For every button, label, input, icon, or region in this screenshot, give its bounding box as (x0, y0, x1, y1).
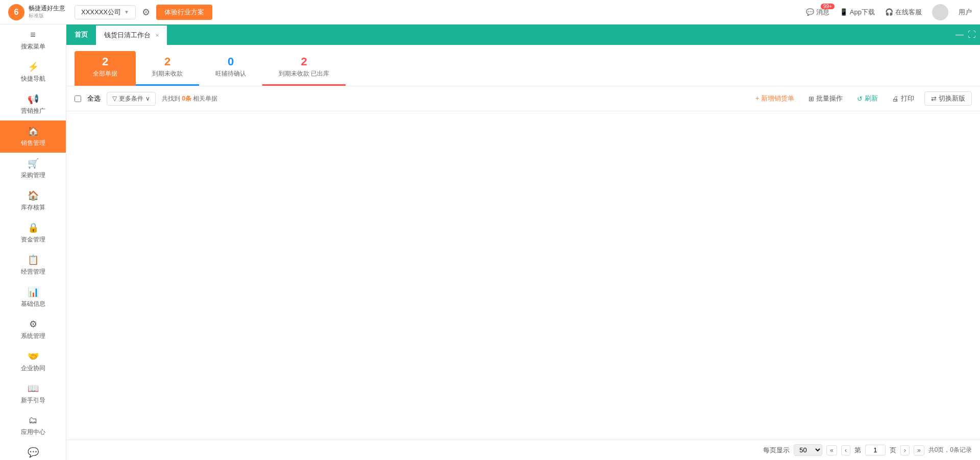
stats-label-all: 全部单据 (93, 69, 117, 78)
stats-num-pending: 0 (228, 55, 234, 68)
avatar[interactable] (932, 4, 948, 20)
print-button[interactable]: 🖨 打印 (888, 92, 918, 105)
marketing-icon: 📢 (28, 93, 39, 105)
company-selector[interactable]: XXXXXX公司 ▼ (75, 5, 136, 19)
sidebar-item-app-center[interactable]: 🗂 应用中心 (0, 410, 66, 442)
refresh-button[interactable]: ↺ 刷新 (853, 92, 882, 105)
sales-icon: 🏠 (28, 126, 39, 137)
batch-label: 批量操作 (816, 94, 843, 103)
refresh-label: 刷新 (865, 94, 878, 103)
tab-cashflow-label: 钱货日清工作台 (104, 31, 151, 40)
toolbar-right: + 新增销货单 ⊞ 批量操作 ↺ 刷新 🖨 打印 ⇄ (751, 91, 972, 106)
nav-tabs-right: — ⛶ (955, 30, 980, 39)
sidebar-item-system[interactable]: ⚙ 系统管理 (0, 313, 66, 346)
stats-tabs: 2 全部单据 2 到期未收款 0 旺辅待确认 2 到期未收款 已出库 (66, 45, 980, 86)
sidebar-label-finance: 资金管理 (21, 235, 45, 244)
sidebar-label-enterprise: 企业协同 (21, 364, 45, 373)
sidebar-item-quick-nav[interactable]: ⚡ 快捷导航 (0, 56, 66, 88)
refresh-icon: ↺ (857, 95, 863, 103)
sidebar-label-inventory: 库存核算 (21, 203, 45, 212)
logo-sub: 标准版 (29, 12, 65, 19)
stats-tab-pending[interactable]: 0 旺辅待确认 (199, 51, 262, 86)
tab-cashflow[interactable]: 钱货日清工作台 × (96, 25, 167, 45)
select-all-checkbox[interactable] (75, 95, 81, 102)
first-page-button[interactable]: « (826, 445, 837, 455)
online-service-icon: 🎧 (885, 8, 893, 16)
current-page-input[interactable] (865, 445, 886, 455)
stats-tab-overdue-out[interactable]: 2 到期未收款 已出库 (262, 51, 346, 86)
sidebar-item-guide[interactable]: 📖 新手引导 (0, 378, 66, 410)
batch-icon: ⊞ (808, 95, 814, 103)
message-icon: 💬 (806, 8, 814, 16)
username-item[interactable]: 用户 (959, 8, 972, 17)
total-records-text: 共0页，0条记录 (928, 446, 972, 454)
sidebar-item-search-menu[interactable]: ≡ 搜索菜单 (0, 25, 66, 56)
found-suffix: 相关单据 (193, 95, 217, 102)
print-label: 打印 (901, 94, 914, 103)
sidebar-item-finance[interactable]: 🔒 资金管理 (0, 217, 66, 249)
tab-minimize-button[interactable]: — (955, 30, 964, 39)
sidebar-label-app-center: 应用中心 (21, 428, 45, 437)
top-bar: 6 畅捷通好生意 标准版 XXXXXX公司 ▼ ⚙ 体验行业方案 💬 消息 99… (0, 0, 980, 25)
sidebar-item-sales[interactable]: 🏠 销售管理 (0, 120, 66, 153)
stats-label-overdue-out: 到期未收款 已出库 (279, 69, 329, 78)
sidebar-item-basic-info[interactable]: 📊 基础信息 (0, 281, 66, 313)
quick-nav-icon: ⚡ (28, 61, 39, 72)
sidebar-label-guide: 新手引导 (21, 396, 45, 405)
logo-area: 6 畅捷通好生意 标准版 (8, 4, 75, 20)
switch-label: 切换新版 (939, 94, 965, 103)
stats-tab-all[interactable]: 2 全部单据 (75, 51, 136, 86)
sidebar-label-quick-nav: 快捷导航 (21, 75, 45, 83)
tab-close-icon[interactable]: × (156, 32, 159, 38)
sidebar-label-purchase: 采购管理 (21, 171, 45, 180)
trial-button[interactable]: 体验行业方案 (156, 5, 212, 20)
app-download-item[interactable]: 📱 App下载 (840, 8, 875, 17)
stats-num-overdue: 2 (164, 55, 170, 68)
add-sale-order-button[interactable]: + 新增销货单 (751, 92, 798, 105)
top-right: 💬 消息 99+ 📱 App下载 🎧 在线客服 用户 (806, 4, 972, 20)
prev-page-button[interactable]: ‹ (841, 445, 850, 455)
tab-home[interactable]: 首页 (66, 25, 96, 45)
online-service-item[interactable]: 🎧 在线客服 (885, 8, 922, 17)
toolbar: 全选 ▽ 更多条件 ∨ 共找到 0条 相关单据 + 新增销货单 ⊞ 批量操作 (66, 86, 980, 111)
app-download-label: App下载 (850, 8, 875, 17)
stats-num-all: 2 (102, 55, 108, 68)
enterprise-icon: 🤝 (28, 351, 39, 362)
settings-icon[interactable]: ⚙ (142, 7, 150, 18)
select-all-label: 全选 (87, 94, 101, 103)
next-page-button[interactable]: › (900, 445, 910, 455)
message-item[interactable]: 💬 消息 99+ (806, 8, 829, 17)
switch-version-button[interactable]: ⇄ 切换新版 (924, 91, 972, 106)
stats-tab-overdue[interactable]: 2 到期未收款 (136, 51, 199, 86)
company-name: XXXXXX公司 (81, 8, 121, 17)
content-area (66, 111, 980, 440)
sidebar-item-purchase[interactable]: 🛒 采购管理 (0, 153, 66, 185)
found-count: 0条 (182, 95, 191, 102)
sidebar-label-sales: 销售管理 (21, 139, 45, 148)
sidebar-item-enterprise[interactable]: 🤝 企业协同 (0, 346, 66, 378)
sidebar-item-operations[interactable]: 📋 经营管理 (0, 249, 66, 281)
filter-button[interactable]: ▽ 更多条件 ∨ (107, 92, 156, 106)
sidebar-item-inventory[interactable]: 🏠 库存核算 (0, 185, 66, 217)
found-prefix: 共找到 (162, 95, 180, 102)
main-content: 首页 钱货日清工作台 × — ⛶ 2 全部单据 2 到期未收款 (66, 25, 980, 460)
company-dropdown-arrow: ▼ (124, 9, 129, 15)
logo-text: 畅捷通好生意 (29, 5, 65, 13)
last-page-button[interactable]: » (914, 445, 924, 455)
batch-operation-button[interactable]: ⊞ 批量操作 (804, 92, 847, 105)
sidebar-label-search-menu: 搜索菜单 (21, 42, 45, 51)
pagination-bar: 每页显示 50 20 100 « ‹ 第 页 › » 共0页，0条记录 (66, 440, 980, 460)
guide-icon: 📖 (28, 383, 39, 394)
page-suffix: 页 (890, 446, 896, 455)
sidebar-item-marketing[interactable]: 📢 营销推广 (0, 88, 66, 120)
per-page-label: 每页显示 (763, 446, 790, 455)
sidebar-label-basic-info: 基础信息 (21, 300, 45, 308)
sidebar-label-operations: 经营管理 (21, 268, 45, 276)
operations-icon: 📋 (28, 254, 39, 265)
tab-maximize-button[interactable]: ⛶ (968, 30, 976, 39)
page-label: 第 (854, 446, 861, 455)
per-page-select[interactable]: 50 20 100 (794, 444, 822, 456)
filter-icon: ▽ (112, 95, 117, 102)
stats-label-overdue: 到期未收款 (152, 69, 183, 78)
sidebar-item-wechat[interactable]: 💬 企业微信 (0, 442, 66, 460)
